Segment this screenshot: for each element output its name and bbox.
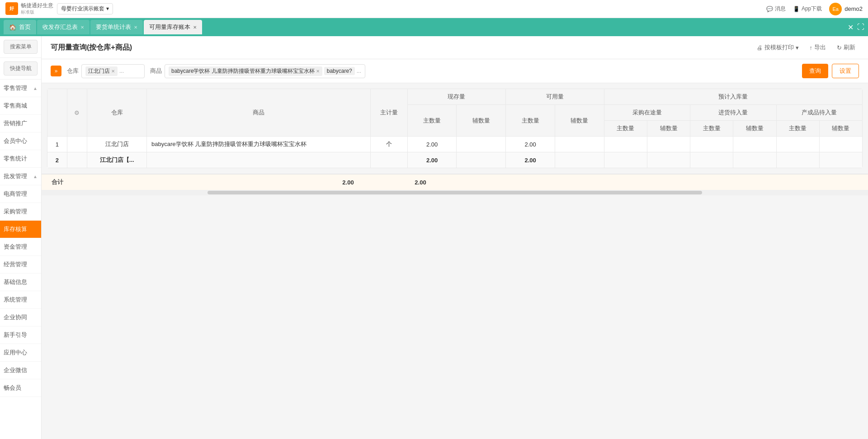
sidebar-item-label: 系统管理 <box>4 296 27 304</box>
sidebar-item-retail-mgmt[interactable]: 零售管理 ▲ <box>0 80 41 97</box>
message-btn[interactable]: 💬 消息 <box>766 5 786 13</box>
filter-actions: 查询 设置 <box>802 64 859 78</box>
warehouse-filter: 仓库 江北门店 ✕ ... <box>67 64 145 78</box>
table-body: 1 江北门店 babycare学饮杯 儿童防摔防撞吸管杯重力球吸嘴杯宝宝水杯 个… <box>47 137 863 168</box>
tab-receive-send[interactable]: 收发存汇总表 ✕ <box>37 20 90 34</box>
top-bar-left: 好 畅捷通好生意 标准版 母婴行业演示账套 ▾ <box>5 2 113 15</box>
sidebar-item-label: 资金管理 <box>4 243 27 251</box>
sidebar-item-marketing[interactable]: 营销推广 <box>0 115 41 132</box>
nav-tabs-bar: 🏠 首页 收发存汇总表 ✕ 要货单统计表 ✕ 可用量库存账本 ✕ ✕ ⛶ <box>0 18 868 36</box>
export-btn[interactable]: ↑ 导出 <box>806 42 830 53</box>
expand-btn[interactable]: ⛶ <box>857 23 864 31</box>
sidebar-item-label: 企业协同 <box>4 313 27 321</box>
sidebar-item-inventory-check[interactable]: 库存核算 <box>0 221 41 238</box>
sidebar-item-member-center[interactable]: 会员中心 <box>0 132 41 150</box>
sidebar-item-enterprise-collab[interactable]: 企业协同 <box>0 309 41 326</box>
sidebar-item-operations-mgmt[interactable]: 经营管理 <box>0 256 41 274</box>
sidebar-item-label: 批发管理 <box>4 172 27 180</box>
warehouse-tag-remove[interactable]: ✕ <box>111 69 115 74</box>
tab-order-stats-close[interactable]: ✕ <box>134 25 137 30</box>
tab-available-stock-label: 可用量库存账本 <box>149 23 190 31</box>
tab-receive-send-close[interactable]: ✕ <box>80 25 84 30</box>
sidebar-item-purchase-mgmt[interactable]: 采购管理 <box>0 203 41 221</box>
sidebar-item-label: 库存核算 <box>4 225 27 233</box>
tab-order-stats[interactable]: 要货单统计表 ✕ <box>90 20 143 34</box>
print-icon: 🖨 <box>757 44 763 51</box>
export-icon: ↑ <box>810 44 813 51</box>
product-input[interactable]: babycare学饮杯 儿童防摔防撞吸管杯重力球吸嘴杯宝宝水杯 ✕ babyca… <box>165 64 365 78</box>
logo-subtitle: 标准版 <box>21 9 53 15</box>
sidebar-item-retail-stats[interactable]: 零售统计 <box>0 150 41 168</box>
sidebar-item-member[interactable]: 畅会员 <box>0 379 41 397</box>
footer-values: 2.00 2.00 <box>68 179 863 186</box>
sidebar-item-wholesale-mgmt[interactable]: 批发管理 ▲ <box>0 168 41 185</box>
user-area[interactable]: Ea demo2 <box>829 3 863 15</box>
refresh-icon: ↻ <box>837 44 842 51</box>
warehouse-label: 仓库 <box>67 67 79 75</box>
data-table: ⚙ 仓库 商品 主计量 现存量 可用量 预计入库量 主数量 辅数量 主数量 辅数… <box>47 89 863 168</box>
data-table-wrap: ⚙ 仓库 商品 主计量 现存量 可用量 预计入库量 主数量 辅数量 主数量 辅数… <box>47 89 863 168</box>
logo-text: 畅捷通好生意 <box>21 2 53 9</box>
print-chevron-icon: ▾ <box>796 44 799 51</box>
search-menu-btn[interactable]: 搜索菜单 <box>4 40 38 54</box>
sidebar-item-new-guide[interactable]: 新手引导 <box>0 326 41 344</box>
message-label: 消息 <box>775 5 786 13</box>
query-btn[interactable]: 查询 <box>802 64 828 78</box>
sidebar-item-label: 基础信息 <box>4 278 27 286</box>
chevron-icon: ▲ <box>33 86 38 91</box>
tab-available-stock[interactable]: 可用量库存账本 ✕ <box>144 20 202 34</box>
product-more[interactable]: ... <box>357 68 361 74</box>
sidebar-nav-area: 快捷导航 <box>0 58 41 80</box>
username: demo2 <box>844 5 863 12</box>
product-tag-1: babycare学饮杯 儿童防摔防撞吸管杯重力球吸嘴杯宝宝水杯 ✕ <box>169 66 322 76</box>
close-all-tabs-btn[interactable]: ✕ <box>848 23 854 32</box>
chevron-icon: ▲ <box>33 174 38 179</box>
warehouse-input[interactable]: 江北门店 ✕ ... <box>81 64 145 78</box>
filter-bar: » 仓库 江北门店 ✕ ... 商品 babycare学饮杯 儿童防摔防撞吸管杯… <box>42 59 868 83</box>
app-icon: 📱 <box>793 6 800 12</box>
message-icon: 💬 <box>766 6 773 12</box>
refresh-btn[interactable]: ↻ 刷新 <box>833 42 859 53</box>
sidebar-item-label: 企业微信 <box>4 366 27 374</box>
main-layout: 搜索菜单 快捷导航 零售管理 ▲ 零售商城 营销推广 会员中心 零售统计 批发管… <box>0 36 868 439</box>
sidebar-item-finance-mgmt[interactable]: 资金管理 <box>0 238 41 256</box>
product-tag-text-1: babycare学饮杯 儿童防摔防撞吸管杯重力球吸嘴杯宝宝水杯 <box>171 67 315 75</box>
sidebar-item-system-mgmt[interactable]: 系统管理 <box>0 291 41 309</box>
export-label: 导出 <box>814 43 826 52</box>
avatar: Ea <box>829 3 842 15</box>
product-tag-1-remove[interactable]: ✕ <box>316 69 320 74</box>
nav-tabs-end: ✕ ⛶ <box>848 23 864 32</box>
sidebar-item-label: 采购管理 <box>4 208 27 216</box>
sidebar-item-label: 零售管理 <box>4 84 27 92</box>
refresh-label: 刷新 <box>844 43 855 52</box>
sidebar-item-label: 零售商城 <box>4 102 27 110</box>
tab-home[interactable]: 🏠 首页 <box>4 20 36 34</box>
setting-btn[interactable]: 设置 <box>832 64 859 78</box>
sidebar-item-ecommerce[interactable]: 电商管理 <box>0 185 41 203</box>
sidebar-item-retail-mall[interactable]: 零售商城 <box>0 97 41 115</box>
print-btn[interactable]: 🖨 按模板打印 ▾ <box>753 42 802 53</box>
page-title: 可用量查询(按仓库+商品) <box>51 43 132 52</box>
scrollbar-thumb[interactable] <box>208 191 702 194</box>
home-icon: 🏠 <box>9 24 16 31</box>
sidebar-item-enterprise-wechat[interactable]: 企业微信 <box>0 362 41 379</box>
sidebar-item-label: 零售统计 <box>4 155 27 163</box>
filter-expand-btn[interactable]: » <box>51 66 61 76</box>
tab-available-stock-close[interactable]: ✕ <box>193 25 197 30</box>
sidebar-item-app-center[interactable]: 应用中心 <box>0 344 41 362</box>
product-filter: 商品 babycare学饮杯 儿童防摔防撞吸管杯重力球吸嘴杯宝宝水杯 ✕ bab… <box>150 64 365 78</box>
top-bar: 好 畅捷通好生意 标准版 母婴行业演示账套 ▾ 💬 消息 📱 App下载 Ea … <box>0 0 868 18</box>
print-label: 按模板打印 <box>764 43 794 52</box>
logo-text-wrap: 畅捷通好生意 标准版 <box>21 2 53 15</box>
sidebar-item-basic-info[interactable]: 基础信息 <box>0 274 41 291</box>
product-tag-2: babycare? <box>324 67 355 75</box>
app-download-btn[interactable]: 📱 App下载 <box>793 5 822 13</box>
product-label: 商品 <box>150 67 162 75</box>
warehouse-more[interactable]: ... <box>119 68 124 74</box>
horizontal-scrollbar[interactable] <box>42 190 868 195</box>
chevron-down-icon: ▾ <box>106 5 109 12</box>
quick-nav-btn[interactable]: 快捷导航 <box>4 61 38 76</box>
sidebar: 搜索菜单 快捷导航 零售管理 ▲ 零售商城 营销推广 会员中心 零售统计 批发管… <box>0 36 42 439</box>
sidebar-item-label: 畅会员 <box>4 384 21 392</box>
industry-select[interactable]: 母婴行业演示账套 ▾ <box>57 3 113 14</box>
